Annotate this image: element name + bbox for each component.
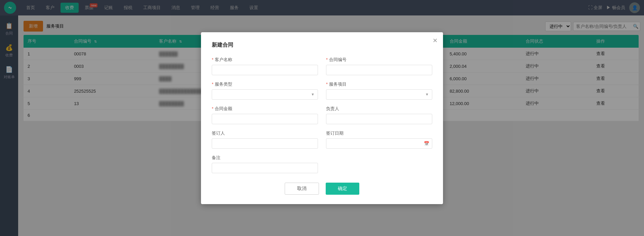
remark-label: 备注 <box>212 155 318 161</box>
customer-label: * 客户名称 <box>212 57 318 63</box>
form-row-1: * 客户名称 * 合同编号 <box>212 57 432 75</box>
dialog-title: 新建合同 <box>212 42 432 49</box>
form-row-2: * 服务类型 ▼ * 服务项目 <box>212 81 432 100</box>
confirm-button[interactable]: 确定 <box>326 183 359 195</box>
service-type-select-wrap: ▼ <box>212 89 318 100</box>
required-mark-4: * <box>326 82 328 87</box>
form-row-4: 签订人 签订日期 2023-06-06 📅 <box>212 130 432 149</box>
amount-input[interactable]: 0.00 <box>212 114 318 124</box>
responsible-label: 负责人 <box>326 106 432 112</box>
contract-no-label: * 合同编号 <box>326 57 432 63</box>
remark-input[interactable] <box>212 163 318 173</box>
form-field-remark: 备注 <box>212 155 318 173</box>
new-contract-dialog: 新建合同 ✕ * 客户名称 * 合同编号 * <box>201 32 443 204</box>
amount-label: * 合同金额 <box>212 106 318 112</box>
required-mark-5: * <box>212 106 213 111</box>
cancel-button[interactable]: 取消 <box>285 183 319 195</box>
required-mark-1: * <box>212 57 213 62</box>
form-field-signer: 签订人 <box>212 130 318 149</box>
form-field-spacer <box>326 155 432 173</box>
form-field-amount: * 合同金额 0.00 <box>212 106 318 124</box>
responsible-input[interactable] <box>326 114 432 124</box>
dialog-close-button[interactable]: ✕ <box>433 37 438 44</box>
contract-no-input[interactable] <box>326 65 432 75</box>
required-mark-2: * <box>326 57 328 62</box>
service-type-select[interactable] <box>212 89 318 100</box>
service-item-label: * 服务项目 <box>326 81 432 87</box>
form-field-sign-date: 签订日期 2023-06-06 📅 <box>326 130 432 149</box>
sign-date-label: 签订日期 <box>326 130 432 136</box>
form-field-service-type: * 服务类型 ▼ <box>212 81 318 100</box>
service-item-select-wrap: ▼ <box>326 89 432 100</box>
form-row-5: 备注 <box>212 155 432 173</box>
form-row-3: * 合同金额 0.00 负责人 <box>212 106 432 124</box>
form-field-contract-no: * 合同编号 <box>326 57 432 75</box>
service-type-label: * 服务类型 <box>212 81 318 87</box>
customer-input[interactable] <box>212 65 318 75</box>
signer-input[interactable] <box>212 138 318 149</box>
form-field-responsible: 负责人 <box>326 106 432 124</box>
dialog-footer: 取消 确定 <box>212 183 432 195</box>
service-item-select[interactable] <box>326 89 432 100</box>
sign-date-wrap: 2023-06-06 📅 <box>326 138 432 149</box>
dialog-overlay[interactable]: 新建合同 ✕ * 客户名称 * 合同编号 * <box>0 0 644 236</box>
calendar-icon[interactable]: 📅 <box>424 141 429 146</box>
form-field-service-item: * 服务项目 ▼ <box>326 81 432 100</box>
required-mark-3: * <box>212 82 213 87</box>
form-field-customer: * 客户名称 <box>212 57 318 75</box>
signer-label: 签订人 <box>212 130 318 136</box>
sign-date-input[interactable]: 2023-06-06 <box>329 139 422 148</box>
